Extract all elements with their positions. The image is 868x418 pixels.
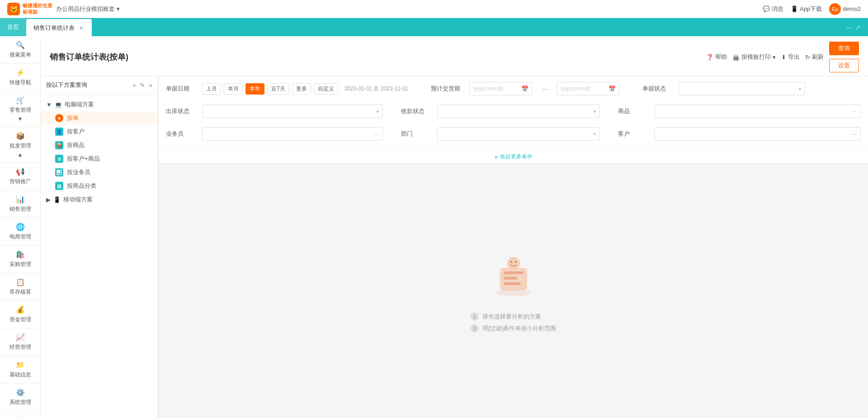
- search-icon: 🔍: [16, 41, 25, 49]
- left-panel-title: 按以下方案查询: [46, 81, 129, 89]
- last-7-days-btn[interactable]: 近7天: [267, 83, 289, 95]
- export-icon: ⬇: [781, 54, 786, 61]
- scheme-by-product-category[interactable]: ▦ 按商品分类: [41, 179, 158, 193]
- product-select[interactable]: ···: [654, 104, 861, 118]
- user-menu[interactable]: Ea demo2: [829, 3, 861, 15]
- scheme-by-order[interactable]: ● 按单: [41, 111, 158, 125]
- chevron-down-icon: ▾: [117, 5, 120, 12]
- salesperson-select[interactable]: ···: [202, 127, 383, 141]
- scheme-product-category-icon: ▦: [55, 182, 63, 190]
- empty-tips: 1 请先选择要分析的方案 2 用[过滤]条件来缩小分析范围: [471, 313, 556, 332]
- main-layout: 🔍 搜索菜单 ⚡ 快捷导航 🛒 零售管理 ▼ 📦 批发管理 ▲ 📢 营销推广 📊…: [0, 36, 868, 418]
- tab-bar: 首页 销售订单统计表 ✕ — ⤢: [0, 18, 868, 36]
- tab-sales-order-stats[interactable]: 销售订单统计表 ✕: [26, 19, 92, 37]
- sidebar-item-sales[interactable]: 📊 销售管理: [0, 190, 40, 218]
- collapse-button[interactable]: ∧ 收起更多条件: [494, 153, 533, 161]
- tab-home[interactable]: 首页: [0, 18, 26, 36]
- sidebar-item-ecommerce[interactable]: 🌐 电商管理: [0, 218, 40, 246]
- expand-icon: ▼: [18, 116, 23, 122]
- product-label: 商品: [618, 107, 645, 115]
- add-scheme-icon[interactable]: +: [132, 81, 136, 89]
- scheme-by-customer[interactable]: 👤 按客户: [41, 125, 158, 138]
- calendar-icon: 📅: [521, 86, 528, 92]
- empty-state: 1 请先选择要分析的方案 2 用[过滤]条件来缩小分析范围: [159, 164, 868, 418]
- logo-text: 畅捷通好生意 标准版: [23, 3, 52, 14]
- page-title: 销售订单统计表(按单): [50, 52, 128, 62]
- collapse-row: ∧ 收起更多条件: [159, 150, 868, 164]
- enterprise-icon: 🤝: [16, 416, 25, 418]
- maximize-icon[interactable]: ⤢: [856, 24, 861, 31]
- sidebar-item-basic-info[interactable]: 📁 基础信息: [0, 356, 40, 384]
- query-button[interactable]: 查询: [829, 42, 859, 55]
- sidebar-item-quick-nav[interactable]: ⚡ 快捷导航: [0, 64, 40, 91]
- help-button[interactable]: ❓ 帮助: [706, 53, 727, 61]
- sidebar-item-system[interactable]: ⚙️ 系统管理: [0, 384, 40, 411]
- sidebar-item-enterprise[interactable]: 🤝 企业协同: [0, 411, 40, 418]
- tab-close-icon[interactable]: ✕: [77, 24, 85, 32]
- finance-icon: 💰: [16, 305, 25, 314]
- scheme-salesperson-icon: 📊: [55, 168, 63, 176]
- last-month-btn[interactable]: 上月: [202, 83, 221, 95]
- export-button[interactable]: ⬇ 导出: [781, 53, 800, 61]
- query-btn-group: 查询 设置: [829, 42, 859, 72]
- sidebar-item-search[interactable]: 🔍 搜索菜单: [0, 36, 40, 64]
- marketing-icon: 📢: [16, 167, 25, 176]
- top-selector[interactable]: 办公用品行业模拟账套 ▾: [56, 5, 120, 13]
- scheme-mobile-parent[interactable]: ▶ 📱 移动端方案: [41, 193, 158, 206]
- empty-tip-2: 2 用[过滤]条件来缩小分析范围: [471, 324, 556, 332]
- sidebar-item-wholesale[interactable]: 📦 批发管理 ▲: [0, 127, 40, 163]
- minimize-icon[interactable]: —: [846, 24, 852, 31]
- ecommerce-icon: 🌐: [16, 223, 25, 231]
- ship-status-select[interactable]: ▾: [202, 104, 383, 118]
- expected-date-start[interactable]: yyyy-mm-dd 📅: [469, 82, 533, 95]
- purchase-icon: 🛍️: [16, 250, 25, 259]
- basic-info-icon: 📁: [16, 361, 25, 369]
- top-bar-right: 💬 消息 📱 App下载 Ea demo2: [763, 3, 861, 15]
- filter-section: 单据日期 上月 本月 本年 近7天 更多 自定义 2023-01-01 至 20…: [159, 76, 868, 164]
- edit-scheme-icon[interactable]: ✎: [140, 81, 145, 89]
- payment-status-label: 收款状态: [401, 107, 428, 115]
- this-month-btn[interactable]: 本月: [224, 83, 243, 95]
- svg-rect-2: [504, 271, 524, 274]
- template-print-button[interactable]: 🖨️ 按模板打印 ▾: [732, 53, 776, 61]
- sidebar-item-purchase[interactable]: 🛍️ 采购管理: [0, 246, 40, 273]
- this-year-btn[interactable]: 本年: [245, 83, 264, 95]
- department-select[interactable]: ▾: [437, 127, 600, 141]
- expected-date-end[interactable]: yyyy-mm-dd 📅: [557, 82, 620, 95]
- sidebar-item-operations[interactable]: 📈 经营管理: [0, 328, 40, 356]
- scheme-by-product[interactable]: 📦 按商品: [41, 138, 158, 152]
- app-download-button[interactable]: 📱 App下载: [791, 5, 822, 13]
- settings-button[interactable]: 设置: [829, 59, 859, 72]
- collapse-panel-icon[interactable]: «: [149, 81, 152, 89]
- sidebar-item-inventory[interactable]: 📋 库存核算: [0, 273, 40, 301]
- custom-btn[interactable]: 自定义: [314, 83, 338, 95]
- inventory-icon: 📋: [16, 278, 25, 286]
- customer-select[interactable]: ···: [654, 127, 861, 141]
- more-btn[interactable]: 更多: [292, 83, 311, 95]
- scheme-by-salesperson[interactable]: 📊 按业务员: [41, 166, 158, 179]
- scheme-tree: ▼ 💻 电脑端方案 ● 按单 👤 按客户 📦 按商品: [41, 94, 158, 210]
- date-btn-group: 上月 本月 本年 近7天 更多 自定义 2023-01-01 至 2023-12…: [202, 83, 408, 95]
- sidebar-item-marketing[interactable]: 📢 营销推广: [0, 163, 40, 190]
- message-button[interactable]: 💬 消息: [763, 5, 783, 13]
- refresh-button[interactable]: ↻ 刷新: [805, 53, 824, 61]
- mobile-icon: 📱: [53, 196, 61, 203]
- scheme-desktop-parent[interactable]: ▼ 💻 电脑端方案: [41, 98, 158, 111]
- bill-status-select[interactable]: ▾: [679, 82, 805, 95]
- sidebar-item-finance[interactable]: 💰 资金管理: [0, 301, 40, 328]
- payment-status-select[interactable]: ▾: [437, 104, 600, 118]
- svg-point-5: [507, 257, 520, 270]
- print-icon: 🖨️: [732, 54, 740, 61]
- expand-icon: ▲: [18, 152, 23, 158]
- chevron-down-icon: ▾: [799, 86, 801, 91]
- collapse-icon: ∧: [494, 154, 498, 160]
- scheme-by-customer-product[interactable]: ⊞ 按客户+商品: [41, 152, 158, 166]
- refresh-icon: ↻: [805, 54, 810, 61]
- expected-date-label: 预计交货期: [431, 85, 460, 93]
- tree-expand-icon: ▼: [46, 101, 52, 108]
- logo-area: 🐱 畅捷通好生意 标准版: [7, 3, 52, 15]
- sidebar-item-retail[interactable]: 🛒 零售管理 ▼: [0, 91, 40, 127]
- svg-point-7: [515, 261, 517, 263]
- svg-rect-3: [504, 277, 517, 280]
- salesperson-label: 业务员: [166, 130, 193, 138]
